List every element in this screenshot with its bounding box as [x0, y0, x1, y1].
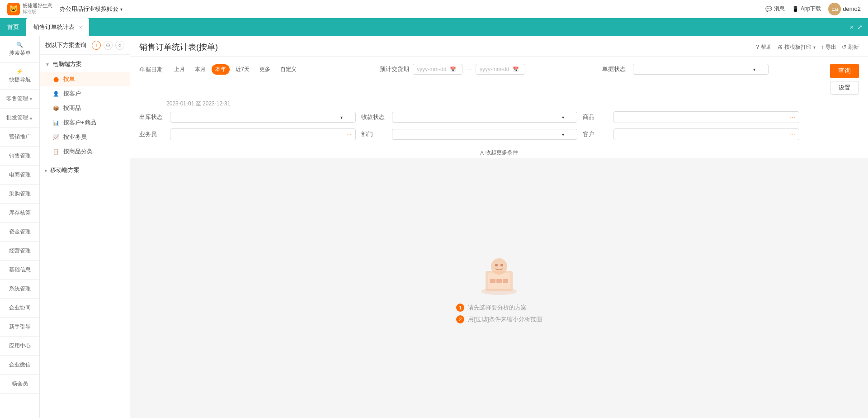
- scheme-item-by-category[interactable]: 📋 按商品分类: [40, 144, 130, 159]
- page-actions: ? 帮助 🖨 按模板打印 ↑ 导出 ↺ 刷新: [756, 43, 859, 51]
- sidebar-item-ecommerce[interactable]: 电商管理: [0, 166, 39, 185]
- sidebar-item-guide[interactable]: 新手引导: [0, 318, 39, 337]
- dept-dropdown-icon: [562, 131, 564, 138]
- scheme-item-by-salesman[interactable]: 📈 按业务员: [40, 130, 130, 144]
- by-category-icon: 📋: [52, 148, 60, 155]
- avatar: Ea: [828, 3, 841, 15]
- scheme-item-by-goods[interactable]: 📦 按商品: [40, 101, 130, 115]
- page-title: 销售订单统计表(按单): [139, 42, 218, 52]
- by-order-icon: ⬤: [52, 76, 60, 83]
- export-btn[interactable]: ↑ 导出: [821, 43, 836, 51]
- add-scheme-btn[interactable]: +: [92, 41, 101, 50]
- scheme-item-by-customer[interactable]: 👤 按客户: [40, 86, 130, 101]
- content-area: 按以下方案查询 + ⊙ « ▼ 电脑端方案 ⬤ 按单 👤 按客户: [40, 36, 868, 418]
- dept-select[interactable]: [392, 129, 578, 140]
- goods-more-icon[interactable]: ···: [790, 114, 795, 121]
- svg-point-5: [500, 264, 503, 266]
- empty-hints: 1 请先选择要分析的方案 2 用[过滤]条件来缩小分析范围: [456, 304, 542, 323]
- delivery-to-input[interactable]: yyyy-mm-dd 📅: [476, 64, 525, 75]
- logo-box: 🐱 畅捷通好生意 标准版: [7, 3, 52, 15]
- empty-state: 1 请先选择要分析的方案 2 用[过滤]条件来缩小分析范围: [456, 253, 542, 323]
- scheme-item-by-order[interactable]: ⬤ 按单: [40, 72, 130, 86]
- tab-sales-stat[interactable]: 销售订单统计表 ×: [26, 18, 89, 36]
- main-layout: 🔍 搜索菜单 ⚡ 快捷导航 零售管理 ▼ 批发管理 ▲ 营销推广 销售管理 电商…: [0, 36, 868, 418]
- sidebar-item-marketing[interactable]: 营销推广: [0, 128, 39, 147]
- export-icon: ↑: [821, 44, 824, 50]
- date-label: 单据日期: [139, 66, 166, 74]
- scheme-item-by-customer-goods[interactable]: 📊 按客户+商品: [40, 115, 130, 130]
- collapse-panel-btn[interactable]: «: [115, 41, 124, 50]
- window-close-btn[interactable]: ×: [850, 24, 854, 31]
- hint-num-2: 2: [456, 315, 464, 323]
- date-btn-this-month[interactable]: 本月: [191, 64, 210, 75]
- sidebar-item-app-center[interactable]: 应用中心: [0, 337, 39, 356]
- refresh-btn[interactable]: ↺ 刷新: [842, 43, 859, 51]
- results-area: 1 请先选择要分析的方案 2 用[过滤]条件来缩小分析范围: [130, 158, 868, 418]
- salesman-input[interactable]: ···: [170, 128, 356, 140]
- empty-hint-2: 2 用[过滤]条件来缩小分析范围: [456, 315, 542, 323]
- user-profile[interactable]: Ea demo2: [828, 3, 861, 15]
- query-btn[interactable]: 查询: [830, 64, 859, 78]
- sidebar-search[interactable]: 🔍 搜索菜单: [0, 36, 39, 63]
- sidebar-item-enterprise[interactable]: 企业协同: [0, 299, 39, 318]
- message-btn[interactable]: 💬 消息: [765, 5, 785, 13]
- settings-scheme-btn[interactable]: ⊙: [104, 41, 113, 50]
- delivery-from-input[interactable]: yyyy-mm-dd 📅: [413, 64, 462, 75]
- filter-row-3: 业务员 ··· 部门 客户: [139, 128, 859, 140]
- print-btn[interactable]: 🖨 按模板打印: [777, 43, 816, 51]
- date-btn-7days[interactable]: 近7天: [231, 64, 254, 75]
- date-quick-buttons: 上月 本月 本年 近7天 更多 自定义: [170, 64, 301, 75]
- logo-text: 畅捷通好生意: [23, 3, 52, 9]
- receive-status-select[interactable]: [392, 112, 578, 123]
- svg-rect-8: [503, 279, 508, 283]
- help-btn[interactable]: ? 帮助: [756, 43, 772, 51]
- sidebar-item-member[interactable]: 畅会员: [0, 375, 39, 394]
- customer-more-icon[interactable]: ···: [790, 131, 795, 138]
- collapse-chevron-icon: ⋀: [480, 150, 484, 155]
- cal-to-icon: 📅: [513, 66, 519, 72]
- sidebar-item-wechat[interactable]: 企业微信: [0, 356, 39, 375]
- status-select[interactable]: [633, 64, 769, 75]
- sidebar-item-finance[interactable]: 资金管理: [0, 223, 39, 242]
- sidebar-item-retail[interactable]: 零售管理 ▼: [0, 90, 39, 109]
- tab-close-icon[interactable]: ×: [79, 24, 82, 30]
- sidebar-item-purchase[interactable]: 采购管理: [0, 185, 39, 204]
- empty-hint-1: 1 请先选择要分析的方案: [456, 304, 542, 312]
- date-btn-this-year[interactable]: 本年: [212, 64, 230, 75]
- out-status-select[interactable]: [170, 112, 356, 123]
- quick-nav-icon: ⚡: [16, 68, 23, 75]
- dept-label: 部门: [361, 130, 388, 138]
- sidebar-item-system[interactable]: 系统管理: [0, 280, 39, 299]
- by-customer-icon: 👤: [52, 90, 60, 97]
- goods-input[interactable]: ···: [613, 111, 799, 123]
- svg-rect-7: [496, 279, 502, 283]
- account-dropdown[interactable]: 办公用品行业模拟账套: [56, 3, 126, 15]
- sidebar-item-wholesale[interactable]: 批发管理 ▲: [0, 109, 39, 128]
- date-btn-last-month[interactable]: 上月: [170, 64, 189, 75]
- by-cust-goods-icon: 📊: [52, 119, 60, 126]
- by-goods-icon: 📦: [52, 104, 60, 112]
- right-panel: 销售订单统计表(按单) ? 帮助 🖨 按模板打印 ↑ 导出: [130, 36, 868, 418]
- settings-btn[interactable]: 设置: [830, 81, 859, 95]
- scheme-group-mobile-header[interactable]: ▸ 移动端方案: [40, 162, 130, 178]
- date-btn-more[interactable]: 更多: [255, 64, 274, 75]
- salesman-more-icon[interactable]: ···: [346, 131, 352, 138]
- tab-home[interactable]: 首页: [0, 18, 26, 36]
- customer-input[interactable]: ···: [613, 128, 799, 140]
- collapse-filter-btn[interactable]: ⋀ 收起更多条件: [139, 146, 859, 158]
- sidebar-item-base-info[interactable]: 基础信息: [0, 261, 39, 280]
- sidebar-item-inventory[interactable]: 库存核算: [0, 204, 39, 223]
- print-dropdown-icon: [813, 44, 816, 50]
- sidebar-item-sales[interactable]: 销售管理: [0, 147, 39, 166]
- refresh-icon: ↺: [842, 44, 846, 50]
- sidebar-quick-nav[interactable]: ⚡ 快捷导航: [0, 63, 39, 90]
- window-expand-btn[interactable]: ⤢: [857, 24, 863, 31]
- scheme-group-pc-header[interactable]: ▼ 电脑端方案: [40, 57, 130, 72]
- logo-icon: 🐱: [7, 3, 20, 15]
- date-btn-custom[interactable]: 自定义: [276, 64, 301, 75]
- date-range-display: 2023-01-01 至 2023-12-31: [139, 100, 859, 111]
- sidebar-item-operations[interactable]: 经营管理: [0, 242, 39, 261]
- app-download-btn[interactable]: 📱 App下载: [792, 5, 821, 13]
- group-expand-icon: ▼: [45, 62, 50, 67]
- top-bar: 🐱 畅捷通好生意 标准版 办公用品行业模拟账套 💬 消息 📱 App下载 Ea …: [0, 0, 868, 18]
